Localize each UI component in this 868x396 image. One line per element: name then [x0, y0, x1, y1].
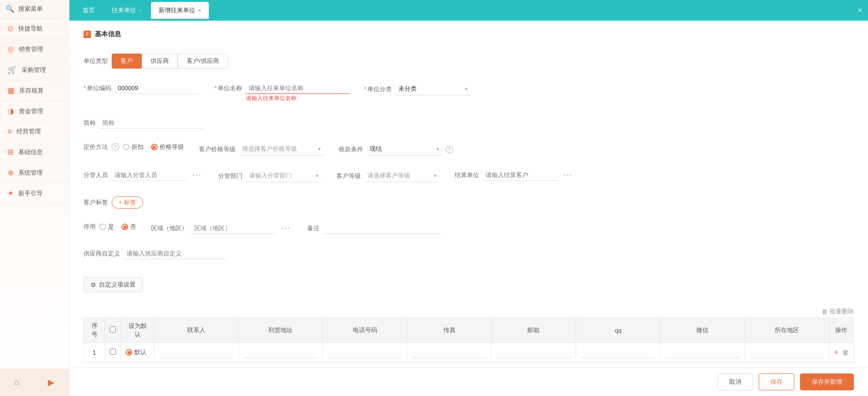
- row-default-radio[interactable]: 默认: [126, 348, 149, 357]
- row-region-input[interactable]: [750, 347, 824, 358]
- tab-partners[interactable]: 往来单位 ×: [104, 2, 149, 19]
- radio-yes[interactable]: 是: [99, 223, 114, 231]
- pricing-question-icon[interactable]: ?: [112, 143, 119, 151]
- tab-new-partner-close[interactable]: ×: [198, 8, 201, 13]
- gear-icon: ⚙: [91, 281, 96, 288]
- row-phone[interactable]: [323, 343, 407, 362]
- basic-info-icon: ⊞: [8, 148, 14, 156]
- tab-partners-close[interactable]: ×: [139, 8, 142, 13]
- sidebar-item-system[interactable]: ⊕ 系统管理: [0, 163, 69, 183]
- tab-bar: 首页 往来单位 × 新增往来单位 × ×: [69, 0, 868, 21]
- sidebar-bottom: ⌂ ▶: [0, 369, 69, 396]
- col-default: 设为默认: [121, 318, 154, 343]
- customer-level-select[interactable]: 请选择客户等级 ▾: [365, 170, 440, 182]
- sidebar-item-guide[interactable]: ✦ 新手引导: [0, 183, 69, 204]
- batch-delete-button[interactable]: 🗑 批量删除: [84, 307, 854, 316]
- sidebar-search[interactable]: 🔍 搜索菜单: [0, 0, 69, 18]
- unit-category-select[interactable]: 未分类 ▾: [396, 83, 471, 95]
- sidebar-item-sales[interactable]: ◎ 销售管理: [0, 39, 69, 60]
- remarks-input[interactable]: [323, 223, 441, 234]
- row-delete-button[interactable]: 🗑: [842, 349, 849, 356]
- row-qq-input[interactable]: [581, 347, 655, 358]
- select-all-checkbox[interactable]: [110, 326, 116, 333]
- manager-label: 分管人员: [84, 171, 108, 179]
- unit-code-group: *单位编码: [84, 83, 199, 94]
- row-wechat-input[interactable]: [665, 347, 740, 358]
- tab-new-partner[interactable]: 新增往来单位 ×: [151, 2, 208, 19]
- area-label: 区域（地区）: [151, 224, 188, 233]
- type-btn-both[interactable]: 客户/供应商: [178, 54, 228, 69]
- row-fax-input[interactable]: [412, 347, 487, 358]
- row-address-input[interactable]: [244, 347, 318, 358]
- payment-terms-select[interactable]: 现结 ▾: [367, 143, 442, 155]
- cancel-button[interactable]: 取消: [717, 373, 753, 390]
- window-close-button[interactable]: ×: [857, 6, 862, 16]
- col-checkbox[interactable]: [105, 318, 121, 343]
- sidebar-item-basic-info[interactable]: ⊞ 基础信息: [0, 142, 69, 163]
- expand-icon[interactable]: ▶: [48, 377, 54, 388]
- row-select-checkbox[interactable]: [110, 349, 116, 355]
- manager-more-btn[interactable]: ···: [190, 171, 203, 179]
- customer-tag-row: 客户标签 + 标签: [84, 196, 854, 209]
- sidebar-item-finance[interactable]: ◑ 资金管理: [0, 101, 69, 122]
- row-wechat[interactable]: [660, 343, 745, 362]
- sidebar-item-label: 采购管理: [22, 66, 46, 74]
- type-btn-supplier[interactable]: 供应商: [142, 54, 178, 69]
- form-content: F 基本信息 单位类型 客户 供应商 客户/供应商 *单位编码 *单位名称: [69, 21, 868, 367]
- row-address[interactable]: [238, 343, 323, 362]
- col-region: 所在地区: [745, 318, 829, 343]
- unit-name-group: *单位名称 请输入往来单位名称: [214, 83, 349, 103]
- sidebar-item-purchase[interactable]: 🛒 采购管理: [0, 60, 69, 80]
- add-tag-button[interactable]: + 标签: [112, 196, 143, 209]
- row-contact-input[interactable]: [159, 347, 234, 358]
- unit-category-group: *单位分类 未分类 ▾: [364, 83, 471, 95]
- row-default[interactable]: 默认: [121, 343, 154, 362]
- row-fax[interactable]: [407, 343, 492, 362]
- type-btn-customer[interactable]: 客户: [112, 54, 142, 69]
- radio-price-level[interactable]: 价格等级: [151, 143, 184, 151]
- customer-price-level-select[interactable]: 请选择客户价格等级 ▾: [239, 143, 324, 155]
- row-qq[interactable]: [576, 343, 660, 362]
- save-new-button[interactable]: 保存并新增: [800, 373, 854, 390]
- row-add-button[interactable]: +: [834, 348, 838, 357]
- remarks-label: 备注: [307, 224, 320, 233]
- dept-group: 分管部门 请输入分管部门 ▾: [218, 170, 321, 182]
- row-checkbox[interactable]: [105, 343, 121, 362]
- customer-tag-label: 客户标签: [84, 198, 108, 207]
- settlement-unit-input[interactable]: [483, 170, 558, 181]
- section-icon: F: [84, 31, 91, 38]
- save-button[interactable]: 保存: [759, 373, 794, 390]
- manager-input[interactable]: [112, 170, 187, 181]
- customer-tag-group: 客户标签 + 标签: [84, 196, 143, 209]
- row-region[interactable]: [745, 343, 829, 362]
- radio-discount[interactable]: 折扣: [123, 143, 144, 151]
- manager-group: 分管人员 ···: [84, 170, 203, 181]
- row-email[interactable]: [492, 343, 576, 362]
- radio-no[interactable]: 否: [122, 223, 136, 231]
- row-email-input[interactable]: [496, 347, 571, 358]
- row-phone-input[interactable]: [327, 347, 402, 358]
- sidebar-item-operations[interactable]: ≡ 经营管理: [0, 122, 69, 142]
- sidebar-item-label: 库存核算: [19, 86, 44, 95]
- unit-name-input[interactable]: [246, 83, 349, 94]
- home-bottom-icon[interactable]: ⌂: [15, 377, 20, 388]
- sidebar-search-label: 搜索菜单: [18, 5, 43, 13]
- area-input[interactable]: [191, 223, 276, 234]
- tab-partners-label: 往来单位: [112, 6, 136, 15]
- row-contact[interactable]: [154, 343, 238, 362]
- supplier-custom-input[interactable]: [124, 248, 227, 259]
- unit-code-input[interactable]: [115, 83, 199, 94]
- sidebar-item-inventory[interactable]: ▦ 库存核算: [0, 80, 69, 101]
- tab-home[interactable]: 首页: [75, 2, 102, 19]
- dept-select[interactable]: 请输入分管部门 ▾: [246, 170, 321, 182]
- short-name-input[interactable]: [99, 117, 203, 129]
- sidebar-item-quick-nav[interactable]: ⊙ 快捷导航: [0, 18, 69, 39]
- payment-terms-question-icon[interactable]: ?: [446, 146, 453, 153]
- area-more-btn[interactable]: ···: [280, 224, 292, 233]
- custom-settings-button[interactable]: ⚙ 自定义项设置: [84, 277, 143, 292]
- unit-category-label: *单位分类: [364, 85, 392, 93]
- col-address: 到货地址: [238, 318, 323, 343]
- settlement-unit-more-btn[interactable]: ···: [562, 171, 574, 179]
- unit-category-chevron: ▾: [465, 86, 468, 92]
- radio-price-level-dot: [152, 146, 156, 149]
